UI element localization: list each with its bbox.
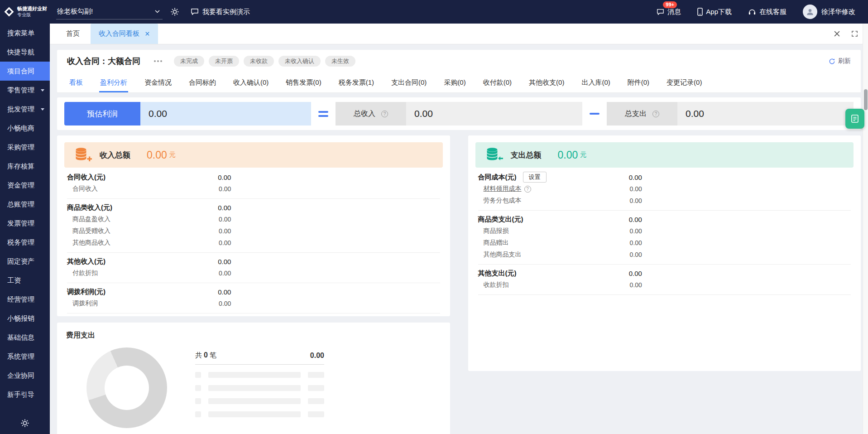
sidebar-item-system[interactable]: 系统管理 xyxy=(0,347,50,366)
report-quick-access-button[interactable] xyxy=(845,109,864,129)
row-value: 0.00 xyxy=(218,288,231,296)
app-root: 畅捷通好业财 专业版 搜索菜单 快捷导航 项目合同 零售管理 批发管理 小畅电商… xyxy=(0,0,868,434)
row-label: 合同收入 xyxy=(67,185,98,193)
help-icon[interactable] xyxy=(652,111,659,117)
app-download-button[interactable]: App下载 xyxy=(697,8,732,16)
tab-funds-status[interactable]: 资金情况 xyxy=(136,72,180,92)
expense-group-goods: 商品类支出(元)0.00 商品报损0.00 商品赠出0.00 其他商品支出0.0… xyxy=(478,211,851,265)
sidebar-item-funds[interactable]: 资金管理 xyxy=(0,176,50,195)
tab-sales-invoice[interactable]: 销售发票(0) xyxy=(277,72,330,92)
sidebar-item-inventory-accounting[interactable]: 库存核算 xyxy=(0,157,50,176)
fee-count: 共0笔 xyxy=(195,351,216,360)
help-icon[interactable] xyxy=(524,186,531,193)
minus-icon xyxy=(582,113,607,115)
phone-icon xyxy=(697,8,703,16)
sidebar-item-payroll[interactable]: 工资 xyxy=(0,271,50,290)
sidebar-item-search-menu[interactable]: 搜索菜单 xyxy=(0,24,50,43)
status-badge: 未生效 xyxy=(325,56,355,67)
tab-other-income-expense[interactable]: 其他收支(0) xyxy=(520,72,573,92)
tab-payments[interactable]: 收付款(0) xyxy=(475,72,520,92)
expense-total-card: 支出总额 0.00 元 合同成本(元) 设置 0.00 xyxy=(468,135,861,371)
cost-settings-button[interactable]: 设置 xyxy=(523,172,547,183)
table-row: 商品报损0.00 xyxy=(478,225,851,237)
row-value: 0.00 xyxy=(630,197,642,204)
topbar-settings-button[interactable] xyxy=(171,8,179,16)
user-menu[interactable]: 徐泽华修改 xyxy=(803,5,855,19)
tab-label: 看板 xyxy=(69,78,83,86)
expense-total-unit: 元 xyxy=(580,151,586,159)
tab-income-confirmation[interactable]: 收入确认(0) xyxy=(225,72,277,92)
sidebar-item-invoice[interactable]: 发票管理 xyxy=(0,214,50,233)
status-badge: 未收入确认 xyxy=(278,56,321,67)
brand-logo: 畅捷通好业财 专业版 xyxy=(0,0,50,24)
sidebar-item-purchasing[interactable]: 采购管理 xyxy=(0,138,50,157)
fee-donut-chart xyxy=(86,347,167,428)
online-support-label: 在线客服 xyxy=(759,8,786,16)
tab-label: 支出合同(0) xyxy=(391,78,427,86)
tab-attachments[interactable]: 附件(0) xyxy=(619,72,658,92)
username: 徐泽华修改 xyxy=(821,8,855,16)
brand-name: 畅捷通好业财 xyxy=(17,6,47,12)
row-value: 0.00 xyxy=(630,185,642,193)
material-cost-link[interactable]: 材料领用成本 xyxy=(478,185,522,193)
sidebar-item-fixed-assets[interactable]: 固定资产 xyxy=(0,252,50,271)
sidebar-item-basic-info[interactable]: 基础信息 xyxy=(0,328,50,347)
tab-expense-contract[interactable]: 支出合同(0) xyxy=(383,72,435,92)
table-row: 合同收入0.00 xyxy=(67,183,440,195)
scrollbar-thumb[interactable] xyxy=(864,89,868,110)
document-icon xyxy=(850,114,859,123)
tab-income-contract-board[interactable]: 收入合同看板 xyxy=(91,24,158,44)
tab-label: 收入确认(0) xyxy=(233,78,269,86)
help-icon[interactable] xyxy=(381,111,388,117)
more-actions-button[interactable] xyxy=(154,60,162,62)
tab-profit-analysis[interactable]: 盈利分析 xyxy=(91,72,136,92)
fee-count-suffix: 笔 xyxy=(210,351,216,359)
tab-change-records[interactable]: 变更记录(0) xyxy=(658,72,710,92)
row-label: 商品类支出(元) xyxy=(478,215,523,224)
demo-link[interactable]: 我要看实例演示 xyxy=(191,8,250,16)
sidebar-item-general-ledger[interactable]: 总账管理 xyxy=(0,195,50,214)
list-item-placeholder xyxy=(195,411,324,417)
income-total-unit: 元 xyxy=(169,151,176,159)
sidebar-item-quick-nav[interactable]: 快捷导航 xyxy=(0,43,50,62)
contract-header-card: 收入合同：大额合同 未完成 未开票 未收款 未收入确认 未生效 刷新 xyxy=(57,50,861,93)
sidebar-item-expense-report[interactable]: 小畅报销 xyxy=(0,309,50,328)
sidebar-item-enterprise-collab[interactable]: 企业协同 xyxy=(0,366,50,385)
income-group-contract: 合同收入(元)0.00 合同收入0.00 xyxy=(67,169,440,199)
tab-kanban[interactable]: 看板 xyxy=(61,72,91,92)
sidebar-item-retail[interactable]: 零售管理 xyxy=(0,81,50,100)
speech-bubble-icon xyxy=(191,8,199,15)
sidebar-item-label: 库存核算 xyxy=(7,162,34,170)
row-value: 0.00 xyxy=(629,174,642,181)
sidebar-item-xiaochang-ecommerce[interactable]: 小畅电商 xyxy=(0,119,50,138)
refresh-button[interactable]: 刷新 xyxy=(829,57,851,65)
tab-inventory-io[interactable]: 出入库(0) xyxy=(573,72,619,92)
tab-home[interactable]: 首页 xyxy=(55,24,91,44)
summary-strip: 预估利润 0.00 总收入 0.00 总支出 xyxy=(57,97,861,130)
online-support-button[interactable]: 在线客服 xyxy=(748,8,786,16)
sidebar-item-beginner-guide[interactable]: 新手引导 xyxy=(0,385,50,404)
tab-tax-invoice[interactable]: 税务发票(1) xyxy=(330,72,383,92)
fullscreen-button[interactable] xyxy=(851,30,858,37)
tab-close-icon[interactable] xyxy=(145,31,150,36)
row-value: 0.00 xyxy=(219,216,231,223)
income-total-amount: 0.00 xyxy=(147,149,167,161)
org-selector-value: 徐老板勾副! xyxy=(57,7,93,16)
row-label: 其他商品收入 xyxy=(67,239,110,247)
close-all-tabs-button[interactable] xyxy=(834,30,840,37)
org-selector-dropdown[interactable]: 徐老板勾副! xyxy=(56,4,163,19)
sidebar-item-operations[interactable]: 经营管理 xyxy=(0,290,50,309)
page-title: 收入合同：大额合同 xyxy=(67,56,140,67)
sidebar-item-project-contract[interactable]: 项目合同 xyxy=(0,62,50,81)
sidebar-settings-button[interactable] xyxy=(0,412,50,434)
estimated-profit-button[interactable]: 预估利润 xyxy=(64,102,140,125)
sidebar-item-tax[interactable]: 税务管理 xyxy=(0,233,50,252)
vertical-scrollbar[interactable] xyxy=(863,24,868,434)
tab-purchase[interactable]: 采购(0) xyxy=(435,72,474,92)
list-item-placeholder xyxy=(195,398,324,404)
row-value: 0.00 xyxy=(630,227,642,235)
messages-button[interactable]: 99+ 消息 xyxy=(657,8,681,16)
tab-contract-subject[interactable]: 合同标的 xyxy=(180,72,225,92)
contract-header-row: 收入合同：大额合同 未完成 未开票 未收款 未收入确认 未生效 刷新 xyxy=(57,50,861,72)
sidebar-item-wholesale[interactable]: 批发管理 xyxy=(0,100,50,119)
